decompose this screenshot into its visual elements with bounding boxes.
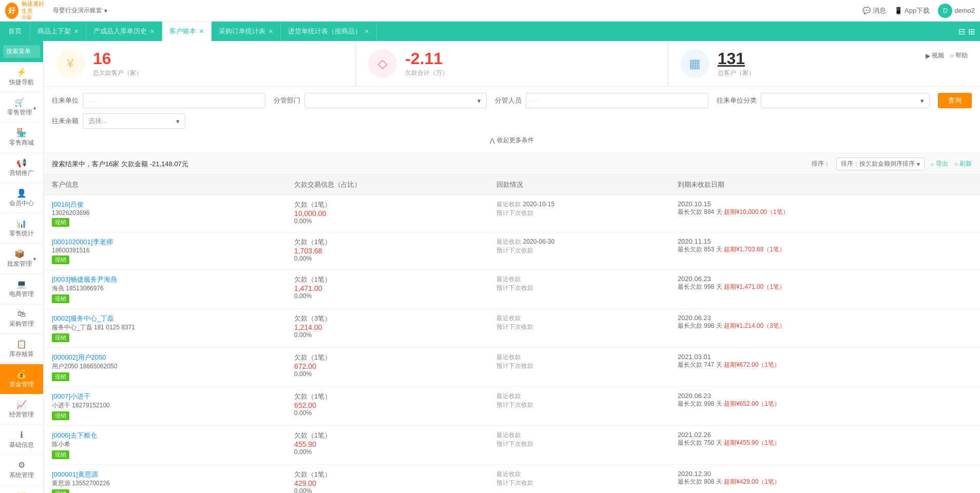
customer-link-0[interactable]: [0016]吕俊 bbox=[52, 201, 84, 208]
cell-debt-info-6: 欠款（1笔） 455.90 0.00% bbox=[286, 426, 488, 465]
table-row[interactable]: [0006]去下粮仓 陈小希 现销 欠款（1笔） 455.90 0.00% 最近… bbox=[44, 426, 980, 465]
stat-label-total-debt: 欠款合计（万） bbox=[405, 69, 448, 77]
sidebar-item-wholesale-mgmt[interactable]: 📦 批发管理 ▾ bbox=[0, 244, 43, 274]
customer-link-1[interactable]: [0001020001]李老师 bbox=[52, 238, 113, 246]
sidebar-item-retail-stats[interactable]: 📊 零售统计 bbox=[0, 213, 43, 244]
company-selector[interactable]: 母婴行业演示账套 ▾ bbox=[53, 6, 107, 15]
customer-phone-4: 用户2050 18665062050 bbox=[52, 362, 278, 371]
tab-goods-listing[interactable]: 商品上下架 ✕ bbox=[30, 22, 86, 41]
table-row[interactable]: [0007]小进干 小进干 18279152100 现销 欠款（1笔） 652.… bbox=[44, 387, 980, 426]
stat-number-total-debt: -2.11 bbox=[405, 50, 448, 67]
search-menu-btn[interactable]: 搜索菜单 bbox=[3, 45, 40, 58]
table-row[interactable]: [000001]黄思源 黄思源 13552700226 现销 欠款（1笔） 42… bbox=[44, 465, 980, 494]
user-avatar[interactable]: D demo2 bbox=[938, 4, 975, 18]
overdue-amount-1[interactable]: 超期¥1,703.68（1笔） bbox=[724, 246, 785, 253]
overdue-amount-7[interactable]: 超期¥429.00（1笔） bbox=[724, 478, 780, 485]
col-due-date: 到期未收款日期 bbox=[669, 175, 980, 195]
results-bar: 搜索结果中，客户16家 欠款金额 -21,148.07元 排序： 排序：按欠款金… bbox=[44, 153, 980, 175]
app-download-btn[interactable]: 📱 App下载 bbox=[894, 6, 930, 15]
next-payment-label-0: 预计下次收款 bbox=[496, 209, 661, 218]
cell-recovery-6: 最近收款 预计下次收款 bbox=[488, 426, 669, 465]
debt-amount-0[interactable]: 10,000.00 bbox=[294, 209, 480, 218]
tab-minimize-btn[interactable]: ⊟ bbox=[958, 27, 965, 36]
tab-production-history[interactable]: 产成品入库单历史 ✕ bbox=[86, 22, 162, 41]
sidebar-item-system[interactable]: ⚙ 系统管理 bbox=[0, 455, 43, 485]
overdue-amount-5[interactable]: 超期¥652.00（1笔） bbox=[724, 400, 780, 407]
overdue-days-3: 最长欠款 998 天 bbox=[678, 322, 724, 329]
customer-link-7[interactable]: [000001]黄思源 bbox=[52, 470, 98, 478]
sidebar-item-operations[interactable]: 📈 经营管理 bbox=[0, 395, 43, 425]
person-input[interactable]: ··· bbox=[526, 93, 708, 108]
sidebar-item-retail-mall[interactable]: 🏪 零售商城 bbox=[0, 123, 43, 153]
tab-purchase-order-stats[interactable]: 采购订单统计表 ✕ bbox=[212, 22, 281, 41]
sidebar-item-basic-info[interactable]: ℹ 基础信息 bbox=[0, 425, 43, 455]
sidebar-item-membership[interactable]: 👤 会员中心 bbox=[0, 183, 43, 213]
debt-count-3: 欠款（3笔） bbox=[294, 314, 480, 323]
customer-link-3[interactable]: [0002]服务中心_丁磊 bbox=[52, 314, 114, 322]
sort-select[interactable]: 排序：按欠款金额倒序排序 ▾ bbox=[836, 157, 925, 170]
customer-phone-0: 13026203696 bbox=[52, 209, 278, 216]
sidebar-item-inventory[interactable]: 📋 库存核算 bbox=[0, 334, 43, 364]
next-payment-label-5: 预计下次收款 bbox=[496, 401, 661, 409]
sidebar-item-retail-mgmt[interactable]: 🛒 零售管理 ▴ bbox=[0, 92, 43, 123]
refresh-btn[interactable]: ○ 刷新 bbox=[954, 160, 972, 168]
help-btn[interactable]: ○ 帮助 bbox=[950, 51, 968, 60]
cell-debt-info-0: 欠款（1笔） 10,000.00 0.00% bbox=[286, 195, 488, 232]
tab-home[interactable]: 首页 bbox=[0, 22, 30, 41]
unit-category-select[interactable]: ▾ bbox=[761, 93, 930, 108]
stat-icon-total-debt: ◇ bbox=[368, 49, 397, 78]
table-row[interactable]: [000002]用户2050 用户2050 18665062050 现销 欠款（… bbox=[44, 348, 980, 387]
tab-customer-account[interactable]: 客户账本 ✕ bbox=[162, 22, 212, 41]
sidebar-item-quick-nav[interactable]: ⚡ 快捷导航 bbox=[0, 62, 43, 92]
from-unit-input[interactable]: ··· bbox=[83, 93, 265, 108]
tab-incoming-stats[interactable]: 进货单统计表（按商品） ✕ bbox=[281, 22, 377, 41]
tab-expand-btn[interactable]: ⊞ bbox=[968, 27, 975, 36]
balance-select[interactable]: 选择... ▾ bbox=[83, 113, 185, 129]
debt-amount-3[interactable]: 1,214.00 bbox=[294, 323, 480, 331]
stat-label-debt-customers: 总欠款客户（家） bbox=[93, 69, 142, 77]
tab-bar: 首页 商品上下架 ✕ 产成品入库单历史 ✕ 客户账本 ✕ 采购订单统计表 ✕ 进… bbox=[0, 22, 980, 41]
table-row[interactable]: [0003]畅捷服务尹海燕 海燕 18513066976 现销 欠款（1笔） 1… bbox=[44, 270, 980, 309]
cell-customer-info-5: [0007]小进干 小进干 18279152100 现销 bbox=[44, 387, 286, 426]
debt-amount-7[interactable]: 429.00 bbox=[294, 479, 480, 487]
search-button[interactable]: 查询 bbox=[938, 93, 972, 108]
debt-amount-1[interactable]: 1,703.68 bbox=[294, 247, 480, 255]
debt-count-6: 欠款（1笔） bbox=[294, 431, 480, 440]
due-date-1: 2020.11.15 bbox=[678, 238, 972, 245]
debt-amount-5[interactable]: 652.00 bbox=[294, 401, 480, 409]
debt-amount-4[interactable]: 672.00 bbox=[294, 362, 480, 370]
overdue-amount-4[interactable]: 超期¥672.00（1笔） bbox=[724, 361, 780, 368]
customer-tag-0: 现销 bbox=[52, 218, 69, 227]
sidebar-item-ecommerce[interactable]: 💻 电商管理 bbox=[0, 274, 43, 304]
sidebar-item-marketing[interactable]: 📢 营销推广 bbox=[0, 153, 43, 183]
table-row[interactable]: [0002]服务中心_丁磊 服务中心_丁磊 181 0125 8371 现销 欠… bbox=[44, 309, 980, 348]
collapse-filters-btn[interactable]: ⋀ 收起更多条件 bbox=[490, 136, 534, 145]
overdue-amount-0[interactable]: 超期¥10,000.00（1笔） bbox=[724, 208, 789, 215]
debt-ratio-4: 0.00% bbox=[294, 370, 480, 378]
debt-count-5: 欠款（1笔） bbox=[294, 392, 480, 401]
customer-link-5[interactable]: [0007]小进干 bbox=[52, 392, 90, 400]
message-btn[interactable]: 💬 消息 bbox=[862, 6, 886, 15]
customer-link-6[interactable]: [0006]去下粮仓 bbox=[52, 431, 97, 439]
table-row[interactable]: [0001020001]李老师 18600391516 现销 欠款（1笔） 1,… bbox=[44, 232, 980, 270]
sidebar-item-purchase[interactable]: 🛍 采购管理 bbox=[0, 304, 43, 334]
overdue-amount-2[interactable]: 超期¥1,471.00（1笔） bbox=[724, 283, 785, 290]
overdue-amount-6[interactable]: 超期¥455.90（1笔） bbox=[724, 439, 780, 446]
debt-amount-2[interactable]: 1,471.00 bbox=[294, 284, 480, 292]
debt-ratio-7: 0.00% bbox=[294, 487, 480, 493]
overdue-days-6: 最长欠款 750 天 bbox=[678, 439, 724, 446]
sidebar-item-finance[interactable]: 💰 资金管理 bbox=[0, 364, 43, 395]
overdue-amount-3[interactable]: 超期¥1,214.00（3笔） bbox=[724, 322, 785, 329]
customer-link-4[interactable]: [000002]用户2050 bbox=[52, 353, 106, 361]
cell-customer-info-3: [0002]服务中心_丁磊 服务中心_丁磊 181 0125 8371 现销 bbox=[44, 309, 286, 348]
cell-recovery-4: 最近收款 预计下次收款 bbox=[488, 348, 669, 387]
customer-link-2[interactable]: [0003]畅捷服务尹海燕 bbox=[52, 275, 117, 283]
table-row[interactable]: [0016]吕俊 13026203696 现销 欠款（1笔） 10,000.00… bbox=[44, 195, 980, 232]
dept-select[interactable]: ▾ bbox=[304, 93, 487, 108]
sidebar-item-enterprise-collab[interactable]: 🤝 企业协同 bbox=[0, 485, 43, 493]
cell-debt-info-7: 欠款（1笔） 429.00 0.00% bbox=[286, 465, 488, 494]
view-video-btn[interactable]: ▶ 视频 bbox=[926, 51, 944, 60]
cell-customer-info-2: [0003]畅捷服务尹海燕 海燕 18513066976 现销 bbox=[44, 270, 286, 309]
export-btn[interactable]: ○ 导出 bbox=[931, 160, 948, 168]
debt-amount-6[interactable]: 455.90 bbox=[294, 440, 480, 448]
